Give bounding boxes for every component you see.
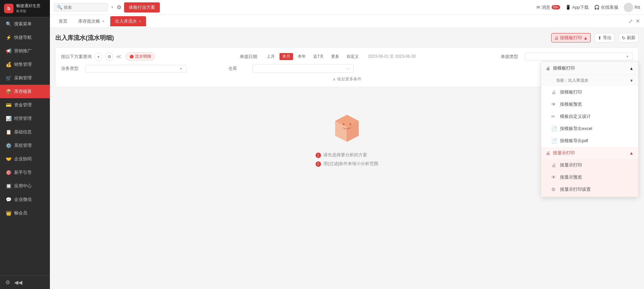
main-area: 🔍 ▼ ⚙ 体验行业方案 ✉ 消息 99+ 📱 App下载 🎧 在线客服 Rit (50, 0, 644, 289)
maximize-icon[interactable]: ⤢ (628, 18, 633, 24)
dropdown-item-template-print[interactable]: 🖨 按模板打印 (541, 86, 638, 98)
display-settings-icon: ⚙ (551, 187, 557, 192)
purchase-icon: 🛒 (5, 75, 11, 81)
sidebar-item-sales[interactable]: 💰 销售管理 (0, 58, 50, 71)
close-window-icon[interactable]: ✕ (636, 18, 640, 24)
sidebar-scroll: 🔍 搜索菜单 ⚡ 快捷导航 📢 营销推广 💰 销售管理 🛒 采购管理 📦 库存核… (0, 17, 50, 275)
sidebar-item-label-sales: 销售管理 (14, 61, 32, 68)
sidebar-item-corp[interactable]: 🤝 企业协同 (0, 152, 50, 166)
basic-icon: 📋 (5, 129, 11, 135)
date-tab-本年[interactable]: 本年 (295, 53, 309, 60)
date-tab-自定义[interactable]: 自定义 (344, 53, 361, 60)
date-tab-上月[interactable]: 上月 (264, 53, 277, 60)
filter-collapse-toggle[interactable]: ≪ (116, 53, 122, 60)
sidebar-item-system[interactable]: ⚙️ 系统管理 (0, 139, 50, 152)
tab-batch-account[interactable]: 库存批次账 × (74, 16, 109, 26)
export-button[interactable]: ⬆ 导出 (595, 33, 615, 43)
dropdown-current-item: 当前：出入库流水 ▼ (541, 75, 638, 86)
settings-bottom-icon[interactable]: ⚙ (5, 279, 10, 286)
dropdown-item-template-pdf[interactable]: 📄 按模板导出pdf (541, 135, 638, 147)
sidebar-item-guide[interactable]: 🎯 新手引导 (0, 166, 50, 179)
sidebar-item-quick-nav[interactable]: ⚡ 快捷导航 (0, 31, 50, 44)
operations-icon: 📊 (5, 115, 11, 122)
sidebar-item-label-guide: 新手引导 (14, 169, 32, 176)
sidebar-item-label-search: 搜索菜单 (14, 21, 32, 27)
tab-home[interactable]: 首页 (54, 16, 72, 26)
filter-flow-tag[interactable]: 🔴 流水明细 (126, 52, 155, 61)
empty-steps: 1 请先选择要分析的方案 2 用[过滤]条件来缩小分析范围 (316, 151, 379, 168)
sidebar-item-label-apps: 应用中心 (14, 183, 32, 189)
collapse-sidebar-icon[interactable]: ◀◀ (14, 279, 22, 286)
tab-flow-close-icon[interactable]: × (139, 19, 141, 23)
dropdown-display-section[interactable]: 🖨 按显示打印 ▲ (541, 147, 638, 159)
marketing-icon: 📢 (5, 48, 11, 54)
trial-button[interactable]: 体验行业方案 (124, 2, 160, 12)
sidebar-item-finance[interactable]: 💳 资金管理 (0, 98, 50, 112)
sidebar-item-apps[interactable]: 🔲 应用中心 (0, 179, 50, 193)
page-action-bar: 🖨 按模板打印 ▲ ⬆ 导出 ↻ 刷新 (551, 33, 639, 43)
user-avatar-area[interactable]: Rit (624, 3, 640, 12)
print-icon: 🖨 (554, 35, 559, 41)
collapse-button[interactable]: ∧ 收起更多条件 (333, 76, 361, 82)
refresh-icon: ↻ (622, 35, 625, 41)
search-input[interactable] (64, 5, 105, 10)
sales-icon: 💰 (5, 61, 11, 68)
sidebar-item-marketing[interactable]: 📢 营销推广 (0, 44, 50, 58)
date-tab-本月[interactable]: 本月 (280, 53, 293, 60)
display-preview-icon: 👁 (551, 175, 557, 180)
sidebar-item-label-corp: 企业协同 (14, 156, 32, 162)
date-tab-更多[interactable]: 更多 (328, 53, 342, 60)
step-2-num: 2 (316, 161, 321, 167)
dropdown-item-display-print[interactable]: 🖨 按显示打印 (541, 159, 638, 171)
messages-button[interactable]: ✉ 消息 99+ (536, 4, 560, 10)
template-excel-icon: 📄 (551, 126, 557, 131)
filter-row-1: 按以下方案查询 + ⚙ ≪ 🔴 流水明细 单据日期 上月本月本年近7天更多自定义… (61, 52, 633, 61)
sidebar-item-basic[interactable]: 📋 基础信息 (0, 125, 50, 139)
sidebar-item-inventory[interactable]: 📦 库存核算 (0, 85, 50, 98)
display-section-icon: 🖨 (546, 151, 550, 156)
type-select[interactable]: ▼ (525, 53, 633, 60)
topbar-gear-icon[interactable]: ⚙ (117, 4, 121, 10)
svg-point-5 (343, 123, 345, 125)
online-service-button[interactable]: 🎧 在线客服 (594, 4, 618, 10)
dropdown-item-display-settings[interactable]: ⚙ 按显示打印设置 (541, 183, 638, 195)
svg-point-6 (349, 123, 351, 125)
dropdown-template-header[interactable]: 🖨 按模板打印 ▲ (541, 62, 638, 75)
biz-type-select[interactable]: ▼ (85, 65, 186, 73)
sidebar-item-purchase[interactable]: 🛒 采购管理 (0, 71, 50, 85)
filter-tag-icon: 🔴 (129, 55, 134, 58)
filter-scheme-label: 按以下方案查询 (61, 54, 92, 60)
sidebar-item-operations[interactable]: 📊 经营管理 (0, 112, 50, 125)
dropdown-item-template-custom[interactable]: ✏ 模板自定义设计 (541, 110, 638, 123)
dropdown-item-template-preview[interactable]: 👁 按模板预览 (541, 98, 638, 110)
logo-sub: 标准版 (16, 9, 40, 14)
dropdown-item-display-excel[interactable]: 📄 按显示导出excel (541, 195, 638, 197)
dropdown-item-display-preview[interactable]: 👁 按显示预览 (541, 171, 638, 183)
search-dropdown-icon[interactable]: ▼ (111, 5, 114, 9)
sidebar-item-wechat[interactable]: 💬 企业微信 (0, 193, 50, 206)
sidebar-item-search[interactable]: 🔍 搜索菜单 (0, 17, 50, 31)
biz-type-label: 业务类型 (61, 65, 81, 72)
app-download-button[interactable]: 📱 App下载 (565, 4, 589, 10)
tab-flow[interactable]: 出入库流水 × (110, 16, 146, 26)
date-tab-近7天[interactable]: 近7天 (311, 53, 326, 60)
tabs-window-controls: ⤢ ✕ (628, 18, 640, 24)
template-print-icon: 🖨 (551, 89, 557, 95)
topbar-search-box[interactable]: 🔍 (54, 3, 108, 11)
print-dropdown-arrow[interactable]: ▲ (583, 35, 588, 41)
refresh-button[interactable]: ↻ 刷新 (619, 33, 639, 43)
warehouse-select[interactable]: ··· (253, 64, 354, 73)
dropdown-scroll: 🖨 按模板打印 ▲ 当前：出入库流水 ▼ 🖨 按模板打印 👁 按 (541, 62, 638, 197)
corp-icon: 🤝 (5, 156, 11, 162)
filter-add-button[interactable]: + (94, 53, 103, 61)
type-select-arrow: ▼ (626, 55, 629, 58)
dropdown-item-template-excel[interactable]: 📄 按模板导出excel (541, 123, 638, 135)
sidebar-item-vip[interactable]: 👑 畅会员 (0, 206, 50, 220)
template-preview-icon: 👁 (551, 102, 557, 107)
tab-batch-close-icon[interactable]: × (102, 19, 104, 23)
search-icon: 🔍 (5, 21, 11, 27)
print-button[interactable]: 🖨 按模板打印 ▲ (551, 33, 591, 43)
filter-settings-button[interactable]: ⚙ (105, 53, 113, 61)
sidebar-item-label-marketing: 营销推广 (14, 48, 32, 54)
headset-icon: 🎧 (594, 5, 599, 10)
